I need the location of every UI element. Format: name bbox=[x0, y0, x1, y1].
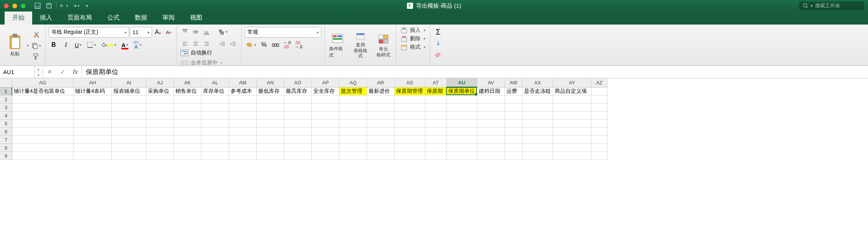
copy-button[interactable]: ▾ bbox=[30, 41, 42, 51]
cell[interactable] bbox=[201, 136, 229, 144]
cell[interactable] bbox=[447, 152, 477, 160]
cell[interactable] bbox=[112, 95, 146, 104]
align-left-button[interactable] bbox=[180, 39, 190, 49]
insert-cells-button[interactable]: + 插入▾ bbox=[400, 27, 427, 34]
cell[interactable] bbox=[367, 120, 395, 128]
cell[interactable]: 保质期管理 bbox=[395, 87, 425, 95]
cell[interactable] bbox=[74, 128, 112, 136]
cell[interactable] bbox=[447, 95, 477, 104]
cell[interactable] bbox=[146, 104, 174, 112]
tab-formulas[interactable]: 公式 bbox=[100, 11, 127, 25]
cell[interactable] bbox=[367, 128, 395, 136]
cell[interactable] bbox=[553, 144, 591, 152]
currency-button[interactable]: ▾ bbox=[245, 40, 257, 50]
cell[interactable] bbox=[339, 144, 367, 152]
column-header[interactable]: AI bbox=[112, 78, 146, 87]
cell[interactable] bbox=[312, 136, 339, 144]
cell[interactable] bbox=[591, 95, 608, 104]
cell[interactable] bbox=[591, 112, 608, 120]
cell[interactable] bbox=[112, 120, 146, 128]
cancel-formula-button[interactable]: ✕ bbox=[43, 66, 56, 78]
cell[interactable] bbox=[395, 144, 425, 152]
cell[interactable] bbox=[12, 95, 74, 104]
cell[interactable] bbox=[553, 95, 591, 104]
cell[interactable] bbox=[74, 136, 112, 144]
cell[interactable] bbox=[12, 136, 74, 144]
phonetic-button[interactable]: abcA▾ bbox=[132, 40, 143, 50]
cell[interactable] bbox=[12, 144, 74, 152]
column-header[interactable]: AN bbox=[257, 78, 284, 87]
cell[interactable] bbox=[367, 136, 395, 144]
cell[interactable] bbox=[201, 144, 229, 152]
percent-button[interactable]: % bbox=[259, 40, 269, 50]
clear-button[interactable] bbox=[433, 50, 443, 60]
cells-area[interactable]: 辅计量4是否包装单位辅计量4条码报表辅单位采购单位销售单位库存单位参考成本最低库… bbox=[12, 87, 608, 160]
cell[interactable]: 库存单位 bbox=[201, 87, 229, 95]
cell[interactable] bbox=[146, 95, 174, 104]
cell[interactable] bbox=[447, 144, 477, 152]
fill-button[interactable] bbox=[433, 38, 443, 48]
cell[interactable] bbox=[201, 152, 229, 160]
name-box[interactable]: AU1 bbox=[0, 66, 34, 78]
cell[interactable] bbox=[74, 104, 112, 112]
row-header[interactable]: 6 bbox=[0, 128, 12, 136]
name-box-spinner[interactable]: ▴▾ bbox=[34, 66, 43, 78]
cell[interactable] bbox=[257, 144, 284, 152]
cell[interactable] bbox=[339, 136, 367, 144]
row-header[interactable]: 9 bbox=[0, 152, 12, 160]
font-size-combo[interactable]: 11▾ bbox=[130, 27, 152, 38]
formula-input[interactable]: 保质期单位 bbox=[82, 66, 868, 78]
cell[interactable] bbox=[229, 128, 257, 136]
cell[interactable] bbox=[367, 95, 395, 104]
comma-button[interactable]: 000 bbox=[270, 40, 280, 50]
cell[interactable]: 保质期 bbox=[425, 87, 447, 95]
cell[interactable]: 运费 bbox=[505, 87, 522, 95]
cell[interactable] bbox=[146, 144, 174, 152]
number-format-combo[interactable]: 常规▾ bbox=[245, 27, 321, 38]
increase-indent-button[interactable] bbox=[228, 39, 238, 49]
minimize-window-button[interactable] bbox=[12, 3, 17, 8]
cell[interactable] bbox=[591, 120, 608, 128]
save-icon[interactable] bbox=[45, 2, 53, 10]
cell[interactable] bbox=[174, 136, 201, 144]
cell[interactable] bbox=[312, 120, 339, 128]
cell[interactable] bbox=[229, 152, 257, 160]
cell[interactable] bbox=[257, 152, 284, 160]
cell[interactable] bbox=[367, 144, 395, 152]
cell[interactable] bbox=[74, 95, 112, 104]
italic-button[interactable]: I bbox=[61, 40, 71, 50]
column-header[interactable]: AK bbox=[174, 78, 201, 87]
cell[interactable]: 销售单位 bbox=[174, 87, 201, 95]
cell[interactable] bbox=[112, 112, 146, 120]
cell[interactable] bbox=[12, 104, 74, 112]
cell[interactable] bbox=[425, 112, 447, 120]
cell[interactable] bbox=[505, 144, 522, 152]
cell[interactable] bbox=[522, 95, 553, 104]
column-header[interactable]: AS bbox=[395, 78, 425, 87]
conditional-formatting-button[interactable]: 条件格式 bbox=[328, 32, 347, 59]
cell[interactable] bbox=[229, 95, 257, 104]
cell[interactable] bbox=[146, 112, 174, 120]
align-top-button[interactable] bbox=[180, 27, 190, 37]
cell[interactable] bbox=[395, 112, 425, 120]
row-header[interactable]: 2 bbox=[0, 95, 12, 104]
format-cells-button[interactable]: 格式▾ bbox=[400, 44, 427, 51]
cell[interactable] bbox=[477, 152, 505, 160]
cell[interactable] bbox=[425, 120, 447, 128]
cell[interactable]: 采购单位 bbox=[146, 87, 174, 95]
column-header[interactable]: AM bbox=[229, 78, 257, 87]
tab-view[interactable]: 视图 bbox=[182, 11, 210, 25]
cell[interactable] bbox=[553, 112, 591, 120]
cell[interactable] bbox=[229, 120, 257, 128]
undo-button[interactable]: ▾ bbox=[60, 2, 68, 10]
cell[interactable] bbox=[257, 128, 284, 136]
cell[interactable] bbox=[339, 152, 367, 160]
cell[interactable] bbox=[229, 144, 257, 152]
cell[interactable] bbox=[284, 95, 312, 104]
tab-home[interactable]: 开始 bbox=[5, 11, 32, 25]
align-middle-button[interactable] bbox=[191, 27, 201, 37]
merge-center-button[interactable]: 合并后居中 ▾ bbox=[180, 59, 238, 67]
cell[interactable] bbox=[447, 104, 477, 112]
cell[interactable] bbox=[477, 104, 505, 112]
cell[interactable] bbox=[505, 136, 522, 144]
